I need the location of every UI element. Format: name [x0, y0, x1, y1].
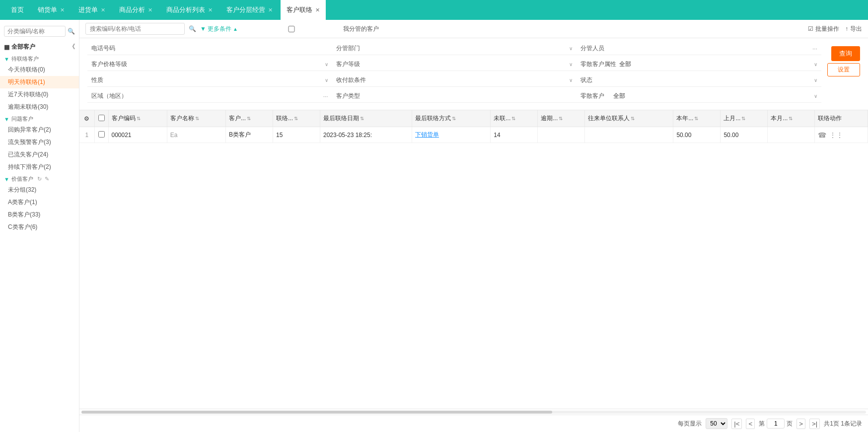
- sidebar-item-b-class[interactable]: B类客户(33): [0, 209, 79, 221]
- col-unit-contact-sort[interactable]: ⇅: [631, 116, 635, 121]
- more-action-icon[interactable]: ⋮⋮: [829, 131, 843, 139]
- nav-sales[interactable]: 销货单 ✕: [32, 0, 71, 20]
- filter-dept-caret[interactable]: ∨: [569, 46, 573, 51]
- filter-region-dots[interactable]: ···: [323, 93, 328, 100]
- sidebar-group-problem: ▼ 问题客户: [0, 113, 79, 124]
- my-customers-check[interactable]: 我分管的客户: [242, 25, 379, 33]
- row-checkbox: [94, 127, 108, 143]
- sidebar-search-row: 🔍: [0, 24, 79, 39]
- sidebar-item-c-class[interactable]: C类客户(6): [0, 221, 79, 233]
- sidebar-item-repurchase-label: 回购异常客户(2): [8, 126, 51, 133]
- filter-price-level-caret[interactable]: ∨: [325, 62, 328, 67]
- col-last-month: 上月... ⇅: [721, 110, 768, 127]
- nav-home[interactable]: 首页: [5, 0, 30, 20]
- scroll-thumb[interactable]: [81, 411, 552, 414]
- settings-gear-icon[interactable]: ⚙: [84, 115, 89, 122]
- row-last-month-value: 50.00: [723, 132, 738, 139]
- next-page-btn[interactable]: >: [796, 419, 805, 429]
- col-uncontacted-sort[interactable]: ⇅: [511, 116, 515, 121]
- table-scrollbar[interactable]: [79, 409, 868, 415]
- col-overdue-sort[interactable]: ⇅: [559, 116, 563, 121]
- last-page-btn[interactable]: >|: [809, 419, 820, 429]
- select-all-checkbox[interactable]: [98, 115, 105, 121]
- row-last-method-link[interactable]: 下销货单: [415, 131, 439, 138]
- filter-icon: ▼: [200, 25, 206, 32]
- nav-customer-contact[interactable]: 客户联络 ✕: [281, 0, 326, 20]
- nav-product-analysis[interactable]: 商品分析 ✕: [113, 0, 158, 20]
- nav-customer-segment[interactable]: 客户分层经营 ✕: [220, 0, 279, 20]
- sidebar-item-declining[interactable]: 持续下滑客户(2): [0, 161, 79, 173]
- table-header-row: ⚙ 客户编码 ⇅ 客户名称: [79, 110, 868, 127]
- sidebar-item-tomorrow[interactable]: 明天待联络(1): [0, 76, 79, 88]
- edit-icon[interactable]: ✎: [45, 176, 49, 182]
- col-last-date-sort[interactable]: ⇅: [360, 116, 364, 121]
- per-page-select[interactable]: 50: [706, 418, 727, 429]
- setting-button[interactable]: 设置: [827, 63, 860, 76]
- filter-status-caret[interactable]: ∨: [814, 77, 817, 83]
- export-btn[interactable]: ↑ 导出: [845, 25, 862, 33]
- group-pending-label: 待联络客户: [11, 55, 39, 63]
- my-customers-checkbox[interactable]: [242, 26, 341, 32]
- filter-person-dots[interactable]: ···: [812, 45, 817, 52]
- first-page-btn[interactable]: |<: [731, 419, 742, 429]
- nav-purchase-close[interactable]: ✕: [101, 7, 105, 13]
- sidebar-item-repurchase-abnormal[interactable]: 回购异常客户(2): [0, 124, 79, 136]
- sidebar-search-input[interactable]: [4, 26, 66, 37]
- sidebar-item-churned[interactable]: 已流失客户(24): [0, 148, 79, 161]
- more-conditions-btn[interactable]: ▼ 更多条件 ▲: [200, 25, 238, 33]
- sidebar-item-a-class[interactable]: A类客户(1): [0, 196, 79, 209]
- nav-product-analysis-list-close[interactable]: ✕: [208, 7, 213, 13]
- sidebar-search-icon[interactable]: 🔍: [68, 28, 75, 35]
- sidebar-item-7days[interactable]: 近7天待联络(0): [0, 88, 79, 101]
- col-contact-sort[interactable]: ⇅: [294, 116, 298, 121]
- filter-person-label: 分管人员: [580, 44, 610, 53]
- sidebar-collapse-icon[interactable]: 《: [69, 43, 75, 51]
- col-code-sort[interactable]: ⇅: [137, 116, 141, 121]
- filter-status: 状态 ∨: [577, 74, 821, 87]
- sidebar-all-customers[interactable]: ▦ 全部客户 《: [0, 41, 79, 53]
- sidebar-item-a-label: A类客户(1): [8, 199, 37, 206]
- col-settings[interactable]: ⚙: [79, 110, 94, 127]
- col-name-sort[interactable]: ⇅: [195, 116, 199, 121]
- filter-retail-customer-caret[interactable]: ∨: [814, 93, 817, 99]
- filter-customer-level-caret[interactable]: ∨: [569, 62, 573, 67]
- nav-customer-segment-close[interactable]: ✕: [268, 7, 273, 13]
- filter-retail-attr-caret[interactable]: ∨: [814, 62, 817, 67]
- prev-page-btn[interactable]: <: [746, 419, 755, 429]
- col-last-month-sort[interactable]: ⇅: [741, 116, 745, 121]
- col-last-method-sort[interactable]: ⇅: [452, 116, 456, 121]
- nav-product-analysis-list[interactable]: 商品分析列表 ✕: [160, 0, 218, 20]
- group-value-label: 价值客户: [11, 175, 33, 183]
- filter-phone-input[interactable]: [124, 45, 328, 52]
- filter-nature-caret[interactable]: ∨: [325, 77, 328, 83]
- filter-nature-label: 性质: [91, 76, 121, 84]
- sidebar-item-today[interactable]: 今天待联络(0): [0, 64, 79, 76]
- search-btn[interactable]: 🔍: [189, 25, 196, 32]
- sidebar-item-churn-warning[interactable]: 流失预警客户(3): [0, 136, 79, 148]
- filter-nature: 性质 ∨: [87, 74, 332, 87]
- col-type-sort[interactable]: ⇅: [247, 116, 251, 121]
- refresh-icon[interactable]: ↻: [37, 176, 42, 182]
- search-input[interactable]: [85, 23, 185, 35]
- col-this-month-sort[interactable]: ⇅: [789, 116, 793, 121]
- nav-purchase[interactable]: 进货单 ✕: [72, 0, 111, 20]
- col-overdue-label: 逾期...: [541, 114, 558, 123]
- sidebar-item-overdue[interactable]: 逾期未联络(30): [0, 101, 79, 113]
- query-button[interactable]: 查询: [831, 46, 860, 61]
- table-footer: 每页显示 50 |< < 第 页 > >| 共1页 1条记录: [79, 415, 868, 432]
- sidebar-item-ungrouped[interactable]: 未分组(32): [0, 184, 79, 196]
- call-icon[interactable]: ☎: [818, 131, 826, 139]
- action-icons-group: ☎ ⋮⋮: [818, 131, 865, 139]
- filter-phone-label: 电话号码: [91, 44, 121, 53]
- filter-payment-caret[interactable]: ∨: [569, 77, 573, 83]
- nav-customer-contact-close[interactable]: ✕: [315, 7, 320, 13]
- col-this-year-sort[interactable]: ⇅: [694, 116, 698, 121]
- bulk-action-btn[interactable]: ☑ 批量操作: [808, 25, 839, 33]
- table-row: 1 000021 Ea B类客户: [79, 127, 868, 143]
- nav-sales-close[interactable]: ✕: [60, 7, 65, 13]
- nav-product-analysis-close[interactable]: ✕: [148, 7, 152, 13]
- row-select-checkbox[interactable]: [98, 131, 105, 138]
- filter-dept: 分管部门 ∨: [332, 42, 577, 55]
- page-input[interactable]: [767, 419, 785, 429]
- filter-retail-attr-label: 零散客户属性: [580, 60, 616, 69]
